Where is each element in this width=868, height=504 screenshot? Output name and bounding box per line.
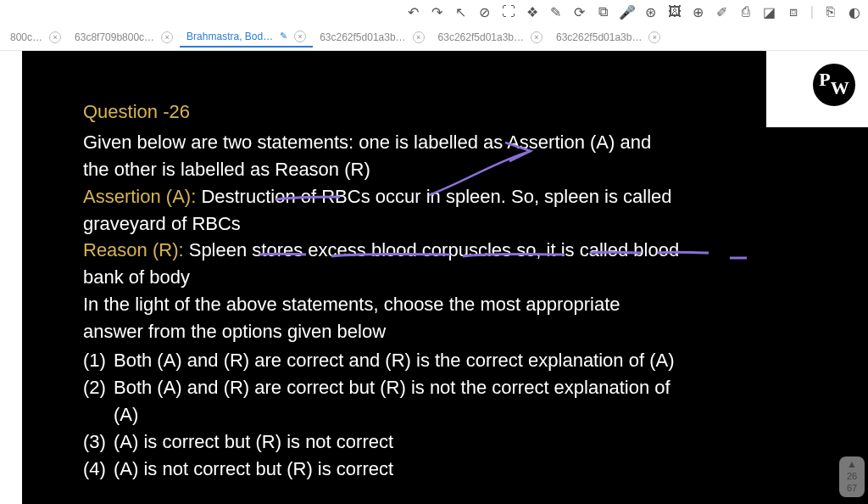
- tab-strip: 800c…×63c8f709b800c…×Brahmastra, Bod…✎×6…: [0, 24, 868, 51]
- assertion-line2: graveyard of RBCs: [83, 210, 826, 238]
- assertion-line1: Assertion (A): Destruction of RBCs occur…: [83, 183, 826, 210]
- reason-text-1: Spleen stores excess blood corpuscles so…: [184, 239, 680, 260]
- undo-icon[interactable]: ↶: [405, 4, 422, 20]
- tab-label: 63c262f5d01a3b…: [438, 31, 524, 43]
- mic-icon[interactable]: 🎤: [619, 4, 636, 20]
- tab-label: 63c8f709b800c…: [75, 31, 154, 43]
- layers-icon[interactable]: ❖: [524, 4, 541, 20]
- brand-badge-wrap: PW: [766, 51, 868, 127]
- option-text: Both (A) and (R) are correct but (R) is …: [114, 374, 826, 401]
- reason-line2: bank of body: [83, 264, 826, 291]
- tab-close-icon[interactable]: ×: [648, 31, 660, 43]
- target-icon[interactable]: ⊛: [643, 4, 659, 20]
- tab-close-icon[interactable]: ×: [413, 31, 425, 43]
- page-scroll-widget[interactable]: ▲ 26 67: [839, 456, 865, 497]
- reason-label: Reason (R):: [83, 239, 184, 260]
- tab-close-icon[interactable]: ×: [294, 31, 306, 42]
- edit-icon[interactable]: ✐: [714, 4, 731, 20]
- question-title: Question -26: [83, 98, 826, 126]
- assertion-label: Assertion (A):: [83, 186, 196, 207]
- option-number: (4): [83, 456, 114, 483]
- option-number: (3): [83, 428, 114, 456]
- expand-icon[interactable]: ⛶: [500, 4, 517, 20]
- tab-label: 63c262f5d01a3b…: [556, 31, 642, 43]
- option-text-cont: (A): [114, 401, 826, 428]
- tab-2[interactable]: Brahmastra, Bod…✎×: [180, 27, 313, 48]
- tab-label: 800c…: [10, 31, 42, 43]
- redo-icon[interactable]: ↷: [429, 4, 446, 20]
- question-intro-line1: Given below are two statements: one is l…: [83, 129, 826, 156]
- option-text: Both (A) and (R) are correct and (R) is …: [114, 347, 826, 374]
- tab-0[interactable]: 800c…×: [3, 28, 68, 47]
- refresh-icon[interactable]: ⟳: [571, 4, 588, 20]
- option-text: (A) is not correct but (R) is correct: [114, 456, 826, 483]
- pw-logo: PW: [810, 61, 858, 109]
- option-row[interactable]: (1)Both (A) and (R) are correct and (R) …: [83, 347, 826, 374]
- option-row[interactable]: (4)(A) is not correct but (R) is correct: [83, 456, 826, 483]
- tab-5[interactable]: 63c262f5d01a3b…×: [549, 28, 667, 47]
- export-icon[interactable]: ⎙: [737, 4, 754, 20]
- crop-icon[interactable]: ⧉: [595, 4, 612, 20]
- tab-3[interactable]: 63c262f5d01a3b…×: [313, 28, 431, 47]
- theme-icon[interactable]: ◐: [846, 4, 863, 20]
- tab-label: Brahmastra, Bod…: [186, 31, 273, 42]
- tab-edit-icon: ✎: [280, 31, 287, 42]
- option-row[interactable]: (3)(A) is correct but (R) is not correct: [83, 428, 826, 456]
- save-icon[interactable]: ⎘: [822, 4, 839, 20]
- toolbar-separator: |: [809, 4, 815, 20]
- tab-close-icon[interactable]: ×: [49, 31, 61, 43]
- prompt-line1: In the light of the above statements, ch…: [83, 291, 826, 318]
- scroll-up-icon[interactable]: ▲: [847, 458, 857, 470]
- tab-label: 63c262f5d01a3b…: [320, 31, 405, 43]
- top-toolbar: ↶ ↷ ↖ ⊘ ⛶ ❖ ✎ ⟳ ⧉ 🎤 ⊛ 🖼 ⊕ ✐ ⎙ ◪ ⧈ | ⎘ ◐: [0, 0, 868, 24]
- options-list: (1)Both (A) and (R) are correct and (R) …: [83, 347, 826, 482]
- pointer-icon[interactable]: ↖: [453, 4, 470, 20]
- prompt-line2: answer from the options given below: [83, 318, 826, 345]
- pw-logo-p: P: [819, 69, 830, 91]
- pw-logo-w: W: [831, 77, 849, 99]
- add-page-icon[interactable]: ⧈: [785, 4, 802, 20]
- slide-content: Question -26 Given below are two stateme…: [22, 51, 868, 504]
- page-total: 67: [847, 482, 857, 494]
- globe-icon[interactable]: ⊕: [690, 4, 707, 20]
- tab-1[interactable]: 63c8f709b800c…×: [68, 28, 180, 47]
- option-number: (2): [83, 374, 114, 401]
- page-left-margin: [0, 51, 22, 504]
- tab-close-icon[interactable]: ×: [161, 31, 173, 43]
- option-row-cont: (A): [83, 401, 826, 428]
- pen-icon[interactable]: ✎: [548, 4, 565, 20]
- question-intro-line2: the other is labelled as Reason (R): [83, 156, 826, 183]
- option-number: (1): [83, 347, 114, 374]
- contrast-icon[interactable]: ◪: [761, 4, 778, 20]
- page-current: 26: [847, 470, 857, 482]
- image-icon[interactable]: 🖼: [666, 4, 683, 20]
- option-row[interactable]: (2)Both (A) and (R) are correct but (R) …: [83, 374, 826, 401]
- tab-close-icon[interactable]: ×: [531, 31, 542, 43]
- disable-icon[interactable]: ⊘: [476, 4, 493, 20]
- tab-4[interactable]: 63c262f5d01a3b…×: [431, 28, 549, 47]
- option-text: (A) is correct but (R) is not correct: [114, 428, 826, 456]
- reason-line1: Reason (R): Spleen stores excess blood c…: [83, 237, 826, 264]
- assertion-text-1: Destruction of RBCs occur in spleen. So,…: [196, 186, 671, 207]
